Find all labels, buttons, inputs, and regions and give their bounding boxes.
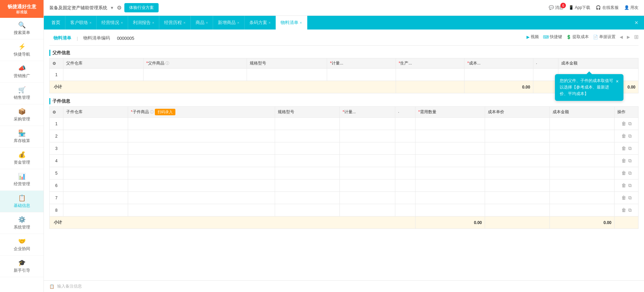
parent-row-1-more[interactable] [533, 69, 558, 81]
child-row-1-spec[interactable] [275, 118, 339, 130]
child-col-settings[interactable]: ⚙ [50, 107, 63, 118]
parent-row-1-product[interactable] [143, 69, 247, 81]
nav-tab-home[interactable]: 首页 [47, 16, 65, 30]
parent-row-1-unit[interactable] [327, 69, 396, 81]
sidebar-item-operations[interactable]: 📊经营管理 [0, 169, 44, 191]
child-row-2-quantity[interactable] [416, 130, 485, 142]
sidebar-item-system[interactable]: ⚙️系统管理 [0, 212, 44, 234]
child-row-5-cost-unit[interactable] [485, 167, 549, 179]
app-download-button[interactable]: 📱 App下载 [569, 5, 590, 11]
nav-tab-products[interactable]: 商品× [191, 16, 213, 30]
dropdown-arrow-icon[interactable]: ▼ [110, 5, 114, 10]
child-row-4-product[interactable] [128, 155, 275, 167]
child-row-4-unit[interactable] [339, 155, 395, 167]
extract-cost-button[interactable]: 💲 提取成本 [566, 34, 589, 40]
nav-tab-close-new-product[interactable]: × [237, 21, 239, 25]
child-row-6-more[interactable] [395, 179, 415, 192]
child-row-2-more[interactable] [395, 130, 415, 142]
delete-icon-row-4[interactable]: 🗑 [621, 158, 626, 164]
nav-tab-close-products[interactable]: × [206, 21, 208, 25]
child-row-5-more[interactable] [395, 167, 415, 179]
child-row-4-spec[interactable] [275, 155, 339, 167]
nav-tab-close-process[interactable]: × [183, 21, 185, 25]
sidebar-item-search[interactable]: 🔍搜索菜单 [0, 18, 44, 39]
child-row-5-product[interactable] [128, 167, 275, 179]
nav-tab-close-bom[interactable]: × [300, 21, 302, 25]
child-row-1-product[interactable] [128, 118, 275, 130]
child-row-3-spec[interactable] [275, 142, 339, 155]
child-row-7-unit[interactable] [339, 192, 395, 204]
child-row-7-quantity[interactable] [416, 192, 485, 204]
sidebar-item-sales[interactable]: 🛒销售管理 [0, 83, 44, 104]
child-row-8-more[interactable] [395, 204, 415, 217]
nav-tab-operations[interactable]: 经营情况× [97, 16, 128, 30]
sidebar-item-purchase[interactable]: 📦采购管理 [0, 104, 44, 126]
delete-icon-row-5[interactable]: 🗑 [621, 170, 626, 176]
close-all-tabs-icon[interactable]: ✕ [632, 20, 641, 25]
gear-icon[interactable]: ⚙ [117, 4, 122, 11]
child-row-3-product[interactable] [128, 142, 275, 155]
single-setting-button[interactable]: 📄 单据设置 [593, 34, 616, 40]
child-row-1-more[interactable] [395, 118, 415, 130]
delete-icon-row-7[interactable]: 🗑 [621, 195, 626, 201]
nav-tab-profit[interactable]: 利润报告× [128, 16, 159, 30]
child-row-4-more[interactable] [395, 155, 415, 167]
child-row-3-unit[interactable] [339, 142, 395, 155]
child-row-2-spec[interactable] [275, 130, 339, 142]
child-row-7-cost-unit[interactable] [485, 192, 549, 204]
child-row-3-quantity[interactable] [416, 142, 485, 155]
child-row-5-unit[interactable] [339, 167, 395, 179]
child-row-6-quantity[interactable] [416, 179, 485, 192]
sidebar-item-basic-info[interactable]: 📋基础信息 [0, 191, 44, 212]
child-row-3-warehouse[interactable] [63, 142, 128, 155]
nav-tab-close-operations[interactable]: × [121, 21, 123, 25]
note-text[interactable]: 输入备注信息 [57, 283, 82, 289]
nav-tab-process[interactable]: 经营历程× [159, 16, 190, 30]
child-row-8-warehouse[interactable] [63, 204, 128, 217]
child-row-2-unit[interactable] [339, 130, 395, 142]
user-button[interactable]: 👤 用友 [624, 5, 639, 11]
child-row-6-unit[interactable] [339, 179, 395, 192]
child-row-8-product[interactable] [128, 204, 275, 217]
view-button[interactable]: ▶ 视频 [527, 34, 539, 40]
child-row-8-cost-unit[interactable] [485, 204, 549, 217]
child-row-8-unit[interactable] [339, 204, 395, 217]
sidebar-item-guide[interactable]: 🎓新手引导 [0, 256, 44, 277]
sidebar-item-marketing[interactable]: 📣营销推广 [0, 61, 44, 83]
nav-tab-barcode[interactable]: 条码方案× [245, 16, 276, 30]
child-row-3-cost-unit[interactable] [485, 142, 549, 155]
trial-button[interactable]: 体验行业方案 [124, 3, 159, 12]
parent-row-1-produce[interactable] [396, 69, 464, 81]
child-row-7-spec[interactable] [275, 192, 339, 204]
delete-icon-row-3[interactable]: 🗑 [621, 145, 626, 151]
child-row-2-product[interactable] [128, 130, 275, 142]
child-row-4-quantity[interactable] [416, 155, 485, 167]
delete-icon-row-1[interactable]: 🗑 [621, 121, 626, 127]
sidebar-item-finance[interactable]: 💰资金管理 [0, 148, 44, 169]
child-row-1-cost-unit[interactable] [485, 118, 549, 130]
child-row-6-product[interactable] [128, 179, 275, 192]
shortcut-button[interactable]: ⌨ 快捷键 [543, 34, 562, 40]
nav-tab-customer[interactable]: 客户联络× [65, 16, 97, 30]
tooltip-close-button[interactable]: × [616, 78, 619, 85]
copy-icon-row-3[interactable]: ⧉ [628, 145, 632, 151]
sidebar-item-inventory[interactable]: 🏪库存核算 [0, 126, 44, 148]
child-row-1-unit[interactable] [339, 118, 395, 130]
parent-col-settings[interactable]: ⚙ [50, 58, 63, 69]
child-row-7-warehouse[interactable] [63, 192, 128, 204]
child-row-8-spec[interactable] [275, 204, 339, 217]
nav-tab-bom[interactable]: 物料清单× [276, 16, 307, 30]
nav-right-icon[interactable]: ▶ [627, 35, 630, 39]
child-row-5-quantity[interactable] [416, 167, 485, 179]
child-row-3-more[interactable] [395, 142, 415, 155]
child-row-7-product[interactable] [128, 192, 275, 204]
copy-icon-row-5[interactable]: ⧉ [628, 170, 632, 176]
copy-icon-row-7[interactable]: ⧉ [628, 195, 632, 201]
copy-icon-row-2[interactable]: ⧉ [628, 133, 632, 139]
child-row-6-cost-unit[interactable] [485, 179, 549, 192]
sidebar-item-quick-nav[interactable]: ⚡快捷导航 [0, 39, 44, 61]
nav-tab-close-customer[interactable]: × [89, 21, 91, 25]
child-row-4-warehouse[interactable] [63, 155, 128, 167]
copy-icon-row-6[interactable]: ⧉ [628, 183, 632, 188]
child-row-6-warehouse[interactable] [63, 179, 128, 192]
